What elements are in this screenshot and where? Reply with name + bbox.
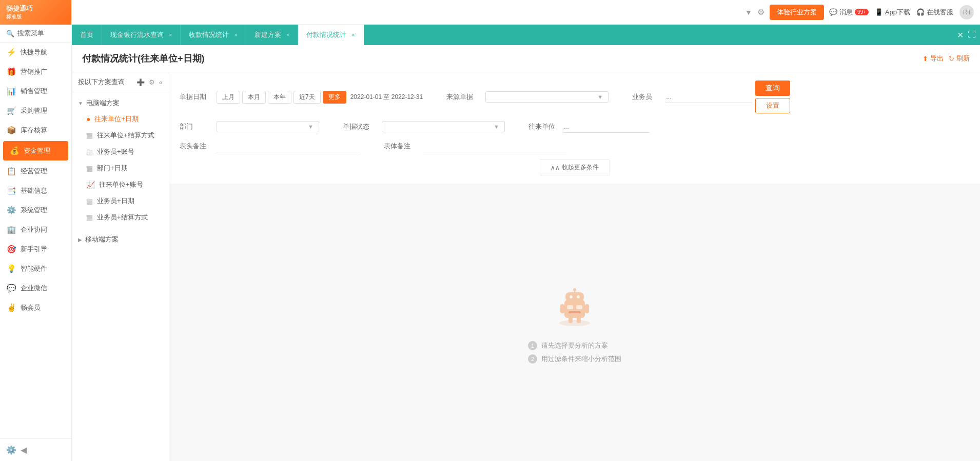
scheme-item-5[interactable]: ▦ 业务员+日期: [72, 193, 169, 209]
tab-close-all-icon[interactable]: ✕: [957, 30, 964, 40]
empty-state: 1 请先选择要分析的方案 2 用过滤条件来缩小分析范围: [169, 184, 980, 461]
app-name: 畅捷通巧: [6, 4, 33, 13]
dept-select[interactable]: ▼: [217, 121, 319, 132]
collapse-button[interactable]: ∧∧ 收起更多条件: [540, 159, 610, 175]
note-header-input[interactable]: [217, 140, 360, 152]
online-service-button[interactable]: 🎧 在线客服: [916, 8, 953, 17]
settings-scheme-icon[interactable]: ⚙: [149, 78, 155, 86]
refresh-button[interactable]: ↻ 刷新: [949, 54, 970, 63]
sidebar-item-base[interactable]: 📑 基础信息: [0, 181, 71, 201]
date-current-month[interactable]: 本月: [242, 91, 266, 104]
try-industry-button[interactable]: 体验行业方案: [770, 5, 824, 20]
tab-payment-stat-close[interactable]: ×: [351, 32, 355, 38]
sidebar-item-sales[interactable]: 📊 销售管理: [0, 82, 71, 101]
date-last7[interactable]: 近7天: [293, 91, 321, 104]
query-button[interactable]: 查询: [755, 81, 790, 96]
purchase-icon: 🛒: [6, 106, 16, 115]
setting-button[interactable]: 设置: [755, 98, 790, 113]
tab-controls: ✕ ⛶: [953, 25, 980, 45]
svg-point-0: [559, 320, 590, 326]
settings-icon[interactable]: ⚙️: [6, 445, 16, 455]
tab-bank-close[interactable]: ×: [169, 32, 172, 38]
scheme-item-3[interactable]: ▦ 部门+日期: [72, 160, 169, 176]
export-button[interactable]: ⬆ 导出: [923, 54, 944, 63]
svg-rect-3: [576, 305, 582, 309]
page-title: 付款情况统计(往来单位+日期): [82, 52, 205, 72]
sidebar-item-company[interactable]: 🏢 企业协同: [0, 220, 71, 239]
scheme-group-pc-label: 电脑端方案: [86, 98, 120, 108]
tab-bank[interactable]: 现金银行流水查询 ×: [102, 25, 181, 45]
main-content: 单据日期 上月 本月 本年 近7天 更多 2022-01-01 至 2022-1…: [169, 72, 980, 461]
tab-new-plan-close[interactable]: ×: [286, 32, 289, 38]
note-header-label: 表头备注: [180, 142, 208, 151]
add-scheme-icon[interactable]: ➕: [136, 78, 145, 86]
arrow-right-icon: ▶: [78, 237, 82, 243]
sidebar-item-marketing[interactable]: 🎁 营销推广: [0, 62, 71, 82]
base-icon: 📑: [6, 186, 16, 195]
scheme-panel: 按以下方案查询 ➕ ⚙ « ▼ 电脑端方案 ● 往来单位+日期: [72, 72, 169, 461]
sidebar-item-label: 经营管理: [21, 167, 47, 176]
tab-receivable-close[interactable]: ×: [234, 32, 237, 38]
sidebar-item-label: 企业协同: [21, 225, 47, 234]
sidebar-item-hardware[interactable]: 💡 智能硬件: [0, 259, 71, 278]
doc-status-select[interactable]: ▼: [382, 121, 505, 132]
empty-tips: 1 请先选择要分析的方案 2 用过滤条件来缩小分析范围: [528, 339, 621, 366]
source-select[interactable]: ▼: [485, 91, 609, 103]
sidebar-item-capital[interactable]: 💰 资金管理: [3, 141, 68, 161]
message-label: 消息: [839, 8, 853, 17]
settings-button[interactable]: ⚙: [757, 7, 765, 17]
date-last-month[interactable]: 上月: [217, 91, 240, 104]
collapse-scheme-icon[interactable]: «: [159, 78, 163, 86]
sidebar-item-purchase[interactable]: 🛒 采购管理: [0, 101, 71, 121]
sidebar-item-label: 畅会员: [21, 303, 41, 312]
page-header-actions: ⬆ 导出 ↻ 刷新: [923, 54, 970, 70]
staff-input[interactable]: [666, 91, 752, 103]
tab-spacer: [364, 25, 953, 45]
scheme-item-0[interactable]: ● 往来单位+日期: [72, 111, 169, 127]
sidebar-item-member[interactable]: ✌️ 畅会员: [0, 298, 71, 317]
sidebar-item-operation[interactable]: 📋 经营管理: [0, 162, 71, 181]
dropdown-button[interactable]: ▼: [745, 8, 752, 16]
company-icon: 🏢: [6, 225, 16, 234]
page-content: 付款情况统计(往来单位+日期) ⬆ 导出 ↻ 刷新 按以下方案查询 ➕: [72, 45, 980, 461]
sidebar-item-label: 采购管理: [21, 106, 47, 115]
tab-payment-stat[interactable]: 付款情况统计 ×: [298, 25, 363, 45]
sidebar-item-label: 系统管理: [21, 206, 47, 215]
sidebar-item-quicknav[interactable]: ⚡ 快捷导航: [0, 43, 71, 62]
scheme-item-4[interactable]: 📈 往来单位+账号: [72, 176, 169, 193]
tab-home[interactable]: 首页: [72, 25, 102, 45]
sidebar-item-wechat[interactable]: 💬 企业微信: [0, 278, 71, 298]
sidebar-item-inventory[interactable]: 📦 库存核算: [0, 121, 71, 140]
sidebar: 畅捷通巧 标准版 🔍 搜索菜单 ⚡ 快捷导航 🎁 营销推广 📊 销售管理 🛒 采…: [0, 0, 72, 461]
scheme-item-6[interactable]: ▦ 业务员+结算方式: [72, 209, 169, 226]
scheme-group-mobile-header[interactable]: ▶ 移动端方案: [72, 232, 169, 247]
scheme-item-label: 往来单位+结算方式: [97, 131, 154, 140]
sales-icon: 📊: [6, 87, 16, 96]
partner-input[interactable]: [563, 121, 650, 133]
scheme-table-icon: ▦: [86, 164, 93, 172]
app-download-button[interactable]: 📱 App下载: [875, 8, 910, 17]
message-button[interactable]: 💬 消息 99+: [829, 8, 869, 17]
scheme-item-1[interactable]: ▦ 往来单位+结算方式: [72, 127, 169, 144]
date-more[interactable]: 更多: [323, 91, 346, 104]
tab-expand-icon[interactable]: ⛶: [968, 30, 976, 39]
date-current-year[interactable]: 本年: [268, 91, 291, 104]
tab-new-plan[interactable]: 新建方案 ×: [246, 25, 298, 45]
empty-tip-1: 1 请先选择要分析的方案: [528, 339, 621, 352]
svg-rect-9: [565, 292, 584, 302]
svg-rect-5: [560, 304, 564, 313]
sidebar-item-system[interactable]: ⚙️ 系统管理: [0, 201, 71, 220]
marketing-icon: 🎁: [6, 67, 16, 76]
svg-rect-2: [567, 305, 573, 309]
note-body-input[interactable]: [423, 140, 566, 152]
user-avatar[interactable]: Rit: [959, 5, 974, 19]
scheme-group-pc-header[interactable]: ▼ 电脑端方案: [72, 95, 169, 111]
sidebar-item-guide[interactable]: 🎯 新手引导: [0, 239, 71, 259]
scheme-panel-title: 按以下方案查询: [78, 77, 125, 87]
tab-receivable[interactable]: 收款情况统计 ×: [181, 25, 246, 45]
collapse-label: 收起更多条件: [562, 163, 599, 172]
search-menu[interactable]: 🔍 搜索菜单: [0, 25, 71, 43]
scheme-item-2[interactable]: ▦ 业务员+账号: [72, 144, 169, 160]
collapse-sidebar-icon[interactable]: ◀: [21, 445, 27, 455]
sidebar-item-label: 新手引导: [21, 245, 47, 254]
